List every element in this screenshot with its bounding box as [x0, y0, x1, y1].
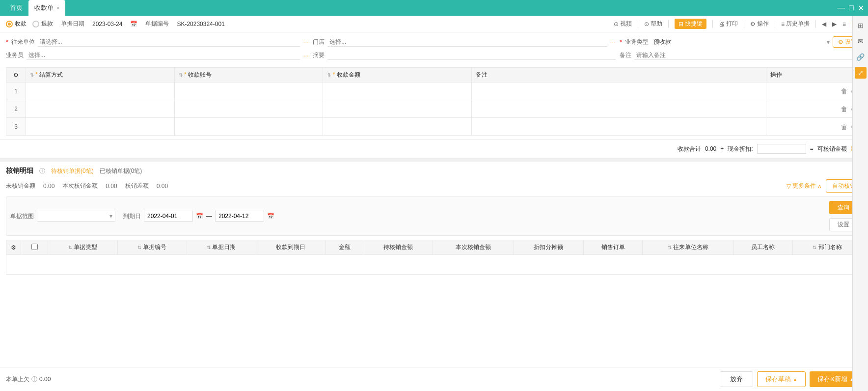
- radio-receipt[interactable]: 收款: [6, 20, 27, 28]
- date-from-input[interactable]: [144, 211, 193, 222]
- rp-expand-icon[interactable]: ⤢: [855, 67, 867, 79]
- hx-pending-tab[interactable]: 待核销单据(0笔): [51, 167, 94, 175]
- per-value: 0.00: [39, 376, 51, 383]
- bottom-table-area[interactable]: ⚙ ⇅ 单据类型 ⇅ 单据编号 ⇅ 单据日期: [6, 240, 862, 275]
- cell-amount-2[interactable]: [323, 100, 472, 118]
- total-label: 收款合计: [678, 145, 701, 153]
- divider3: [712, 20, 713, 28]
- range-select-wrapper: ▾: [37, 211, 115, 222]
- date-calendar-icon[interactable]: 📅: [130, 21, 137, 28]
- store-more-btn[interactable]: ···: [610, 38, 616, 46]
- hx-info-icon[interactable]: ⓘ: [39, 167, 45, 175]
- select-all-checkbox[interactable]: [31, 244, 38, 250]
- biz-type-label: 业务类型: [625, 38, 649, 46]
- col-payment-method: 结算方式: [39, 71, 63, 78]
- per-info-icon[interactable]: ⓘ: [31, 375, 37, 384]
- sort-icon-2: ⇅: [179, 72, 183, 78]
- close-btn[interactable]: ✕: [858, 3, 864, 13]
- nav-next-icon[interactable]: ▶: [832, 21, 837, 28]
- maximize-btn[interactable]: □: [849, 3, 854, 13]
- cell-method-2[interactable]: [26, 100, 175, 118]
- cell-ops-2: 🗑 ⊕: [766, 100, 862, 118]
- cell-note-2[interactable]: [472, 100, 766, 118]
- print-btn[interactable]: 🖨 打印: [719, 20, 738, 28]
- delete-row-3-icon[interactable]: 🗑: [841, 123, 847, 131]
- th-doc-number: ⇅ 单据编号: [117, 240, 187, 255]
- receipt-type-group: 收款 退款: [6, 20, 53, 28]
- discard-btn[interactable]: 放弃: [720, 371, 753, 387]
- list-view-icon[interactable]: ≡: [842, 21, 846, 28]
- cell-account-1[interactable]: [174, 83, 323, 100]
- ops-btn[interactable]: ⚙ 操作: [750, 20, 769, 28]
- cell-account-2[interactable]: [174, 100, 323, 118]
- staff-more-btn[interactable]: ···: [303, 52, 309, 59]
- sort-icon-doc-type: ⇅: [68, 245, 72, 250]
- history-label: 历史单据: [786, 20, 810, 28]
- summary-input[interactable]: [327, 51, 616, 60]
- rp-table-icon[interactable]: ⊞: [855, 20, 867, 31]
- more-conditions-btn[interactable]: ▽ 更多条件 ∧: [787, 182, 822, 190]
- ops-icon: ⚙: [750, 21, 756, 28]
- staff-input[interactable]: [27, 51, 300, 60]
- range-label: 单据范围: [10, 212, 34, 221]
- cell-note-3[interactable]: [472, 118, 766, 136]
- save-new-label: 保存&新增: [817, 375, 847, 384]
- tab-active[interactable]: 收款单 ×: [28, 0, 65, 16]
- shortcut-btn[interactable]: ⊟ 快捷键: [675, 19, 706, 29]
- summary-row: 收款合计 0.00 + 现金折扣: = 可核销金额 0.00: [0, 140, 868, 158]
- draft-arrow-icon: ▲: [793, 377, 798, 382]
- partner-input[interactable]: [38, 37, 300, 47]
- hx-done-tab[interactable]: 已核销单据(0笔): [100, 167, 142, 175]
- cell-account-3[interactable]: [174, 118, 323, 136]
- th-checkbox-col[interactable]: [21, 240, 48, 255]
- cell-method-3[interactable]: [26, 118, 175, 136]
- diff-value: 0.00: [157, 183, 168, 190]
- th-dept-name: ⇅ 部门名称: [792, 240, 862, 255]
- plus-sign: +: [720, 145, 724, 152]
- rp-mail-icon[interactable]: ✉: [855, 35, 867, 47]
- table-row: 3 🗑 ⊕: [6, 118, 862, 136]
- date-value[interactable]: 2023-03-24: [92, 21, 122, 28]
- delete-row-2-icon[interactable]: 🗑: [841, 105, 847, 113]
- table-scroll-area[interactable]: ⚙ ⇅ * 结算方式 ⇅ * 收款账号 ⇅ *: [6, 67, 862, 136]
- th-settings[interactable]: ⚙: [6, 68, 26, 83]
- video-btn[interactable]: ⊙ 视频: [614, 20, 632, 28]
- radio-refund[interactable]: 退款: [32, 20, 53, 28]
- delete-row-1-icon[interactable]: 🗑: [841, 87, 847, 95]
- draft-btn[interactable]: 保存草稿 ▲: [757, 371, 806, 387]
- window-controls: — □ ✕: [837, 3, 864, 13]
- tab-home[interactable]: 首页: [4, 3, 28, 12]
- date-to-calendar-icon[interactable]: 📅: [267, 213, 274, 220]
- cash-discount-input[interactable]: [757, 144, 806, 154]
- store-label: 门店: [313, 38, 325, 46]
- req-star-method: *: [35, 71, 38, 78]
- row-num-1: 1: [6, 83, 26, 100]
- tab-close-btn[interactable]: ×: [56, 5, 59, 11]
- radio-refund-label: 退款: [41, 20, 53, 28]
- cell-method-1[interactable]: [26, 83, 175, 100]
- date-to-input[interactable]: [215, 211, 264, 222]
- partner-more-btn[interactable]: ···: [303, 38, 309, 46]
- cell-amount-3[interactable]: [323, 118, 472, 136]
- summary-label: 摘要: [313, 51, 325, 59]
- biz-type-dropdown-icon[interactable]: ▾: [827, 39, 830, 46]
- store-input[interactable]: [327, 37, 607, 47]
- print-label: 打印: [726, 20, 738, 28]
- range-select[interactable]: [37, 211, 115, 222]
- rp-link-icon[interactable]: 🔗: [855, 51, 867, 63]
- help-btn[interactable]: ⊙ 帮助: [644, 20, 662, 28]
- date-from-calendar-icon[interactable]: 📅: [196, 213, 203, 220]
- note-input[interactable]: [634, 51, 862, 60]
- shortcut-icon: ⊟: [678, 21, 683, 28]
- cell-note-1[interactable]: [472, 83, 766, 100]
- divider1: [638, 20, 638, 28]
- summary-field: 摘要: [313, 51, 616, 60]
- req-star-account: *: [184, 71, 187, 78]
- divider2: [668, 20, 669, 28]
- th-check-settings[interactable]: ⚙: [6, 240, 21, 255]
- history-btn[interactable]: ≡ 历史单据: [781, 20, 810, 28]
- th-doc-type: ⇅ 单据类型: [48, 240, 117, 255]
- nav-prev-icon[interactable]: ◀: [822, 21, 826, 28]
- minimize-btn[interactable]: —: [837, 3, 845, 13]
- cell-amount-1[interactable]: [323, 83, 472, 100]
